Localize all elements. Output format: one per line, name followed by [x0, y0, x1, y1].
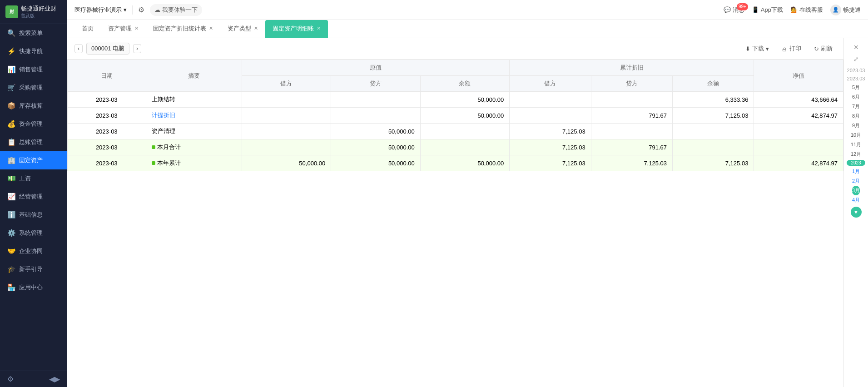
sidebar-item-ledger[interactable]: 📋 总账管理: [0, 133, 67, 151]
sidebar-item-label-ops: 经营管理: [19, 193, 43, 201]
subtotal-dot: [152, 145, 155, 149]
sidebar-item-basic-info[interactable]: ℹ️ 基础信息: [0, 206, 67, 224]
sidebar-item-finance[interactable]: 💰 资金管理: [0, 115, 67, 133]
tab-asset-detail[interactable]: 固定资产明细账✕: [265, 20, 328, 38]
tab-asset-type[interactable]: 资产类型✕: [220, 20, 265, 38]
print-btn[interactable]: 🖨 打印: [778, 43, 805, 55]
cell-net: [754, 124, 843, 139]
timeline-bottom-btn[interactable]: ▼: [851, 207, 862, 218]
cell-orig-debit: [242, 92, 331, 108]
timeline-month[interactable]: 3月: [852, 186, 860, 195]
cell-acc-debit: 7,125.03: [510, 155, 591, 171]
inventory-icon: 📦: [7, 102, 15, 110]
cell-orig-credit: [331, 108, 421, 124]
message-icon: 💬: [724, 6, 731, 13]
col-date: 日期: [68, 60, 146, 92]
cell-acc-debit: 7,125.03: [510, 139, 591, 155]
download-btn[interactable]: ⬇ 下载 ▾: [742, 43, 773, 55]
company-dropdown-icon: ▾: [124, 6, 127, 13]
cell-net: 42,874.97: [754, 155, 843, 171]
cell-date: 2023-03: [68, 155, 146, 171]
fixed-assets-icon: 🏢: [7, 156, 15, 164]
tab-close-asset-detail[interactable]: ✕: [317, 25, 321, 31]
sidebar-item-label-sales: 销售管理: [19, 65, 43, 74]
timeline-month[interactable]: 12月: [851, 149, 861, 159]
timeline-month[interactable]: 2月: [849, 176, 863, 186]
sidebar-item-ops[interactable]: 📈 经营管理: [0, 188, 67, 206]
sidebar-item-purchase[interactable]: 🛒 采购管理: [0, 79, 67, 97]
timeline-month[interactable]: 11月: [851, 140, 861, 149]
app-download-label: App下载: [761, 6, 783, 14]
sidebar-item-guide[interactable]: 🎓 新手引导: [0, 260, 67, 278]
payroll-icon: 💵: [7, 174, 15, 183]
customer-service-btn[interactable]: 💁 在线客服: [790, 6, 823, 14]
cell-date: 2023-03: [68, 92, 146, 108]
refresh-btn[interactable]: ↻ 刷新: [810, 43, 836, 55]
cell-acc-credit: 791.67: [591, 139, 672, 155]
timeline-month[interactable]: 8月: [851, 111, 861, 121]
quick-nav-icon: ⚡: [7, 47, 15, 55]
cell-orig-balance: 50,000.00: [420, 108, 510, 124]
user-menu[interactable]: 👤 畅捷通: [830, 5, 861, 15]
tab-label-home: 首页: [82, 25, 94, 33]
tab-home[interactable]: 首页: [74, 20, 101, 38]
print-icon: 🖨: [782, 45, 788, 52]
sidebar-nav: 🔍 搜索菜单 ⚡ 快捷导航 📊 销售管理 🛒 采购管理 📦 库存核算 💰 资金管…: [0, 24, 67, 371]
sidebar-item-sales[interactable]: 📊 销售管理: [0, 60, 67, 79]
sidebar-item-app-center[interactable]: 🏪 应用中心: [0, 278, 67, 297]
timeline-month[interactable]: 5月: [851, 83, 861, 92]
timeline-expand-btn[interactable]: ⤢: [851, 54, 862, 64]
experience-btn[interactable]: ☁ 我要体验一下: [150, 4, 202, 16]
topbar-divider: [132, 5, 133, 15]
sidebar-item-payroll[interactable]: 💵 工资: [0, 169, 67, 188]
timeline-month[interactable]: 7月: [851, 102, 861, 111]
detail-table: 日期 摘要 原值 累计折旧 净值 借方 贷方 余额 借方 贷方 余额: [67, 60, 843, 171]
sidebar-bottom: ⚙ ◀▶: [0, 371, 67, 387]
cell-acc-balance: 6,333.36: [673, 92, 754, 108]
subtotal-dot: [152, 161, 155, 165]
timeline-month[interactable]: 6月: [851, 92, 861, 102]
sidebar-item-inventory[interactable]: 📦 库存核算: [0, 97, 67, 115]
tab-close-asset-mgmt[interactable]: ✕: [134, 25, 139, 31]
company-selector[interactable]: 医疗器械行业演示 ▾: [74, 6, 127, 14]
sidebar-item-sys-mgmt[interactable]: ⚙️ 系统管理: [0, 224, 67, 242]
col-acc-debit: 借方: [510, 76, 591, 92]
cell-summary: 本月合计: [146, 139, 242, 155]
timeline-month[interactable]: 9月: [851, 121, 861, 130]
tab-label-asset-mgmt: 资产管理: [108, 25, 132, 33]
tab-depreciation-table[interactable]: 固定资产折旧统计表✕: [146, 20, 220, 38]
cell-orig-debit: [242, 139, 331, 155]
refresh-label: 刷新: [821, 45, 833, 53]
username: 畅捷通: [843, 6, 861, 14]
timeline-close-btn[interactable]: ✕: [851, 42, 862, 53]
tab-close-depreciation-table[interactable]: ✕: [209, 25, 213, 31]
collapse-icon[interactable]: ◀▶: [49, 375, 60, 383]
sidebar-item-fixed-assets[interactable]: 🏢 固定资产: [0, 151, 67, 169]
cell-acc-balance: [673, 124, 754, 139]
table-row: 2023-03 本月合计 50,000.00 7,125.03 791.67: [68, 139, 843, 155]
message-btn[interactable]: 💬 消息 99+: [724, 6, 744, 14]
sidebar-item-label-quick-nav: 快捷导航: [19, 47, 43, 55]
cell-orig-credit: 50,000.00: [331, 139, 421, 155]
next-asset-btn[interactable]: ›: [133, 44, 141, 53]
settings-icon[interactable]: ⚙: [7, 375, 14, 383]
settings-icon[interactable]: ⚙: [138, 5, 144, 14]
tab-asset-mgmt[interactable]: 资产管理✕: [101, 20, 146, 38]
main-area: 医疗器械行业演示 ▾ ⚙ ☁ 我要体验一下 💬 消息 99+ 📱 App下载 💁…: [67, 0, 868, 387]
sidebar-item-search[interactable]: 🔍 搜索菜单: [0, 24, 67, 42]
main-panel: ‹ 000001 电脑 › ⬇ 下载 ▾ 🖨 打印 ↻ 刷新: [67, 38, 843, 387]
sidebar-item-label-purchase: 采购管理: [19, 84, 43, 92]
cell-date: 2023-03: [68, 124, 146, 139]
cell-orig-credit: [331, 92, 421, 108]
app-download-btn[interactable]: 📱 App下载: [752, 6, 783, 14]
timeline-month[interactable]: 10月: [851, 130, 861, 140]
sidebar-item-collab[interactable]: 🤝 企业协同: [0, 242, 67, 260]
sidebar-item-quick-nav[interactable]: ⚡ 快捷导航: [0, 42, 67, 60]
tab-close-asset-type[interactable]: ✕: [254, 25, 258, 31]
timeline-month[interactable]: 1月: [849, 167, 863, 176]
col-orig-balance: 余额: [420, 76, 510, 92]
sidebar-item-label-app-center: 应用中心: [19, 283, 43, 292]
prev-asset-btn[interactable]: ‹: [74, 44, 83, 53]
timeline-month[interactable]: 4月: [849, 195, 863, 205]
tabs-bar: 首页资产管理✕固定资产折旧统计表✕资产类型✕固定资产明细账✕: [67, 20, 868, 38]
